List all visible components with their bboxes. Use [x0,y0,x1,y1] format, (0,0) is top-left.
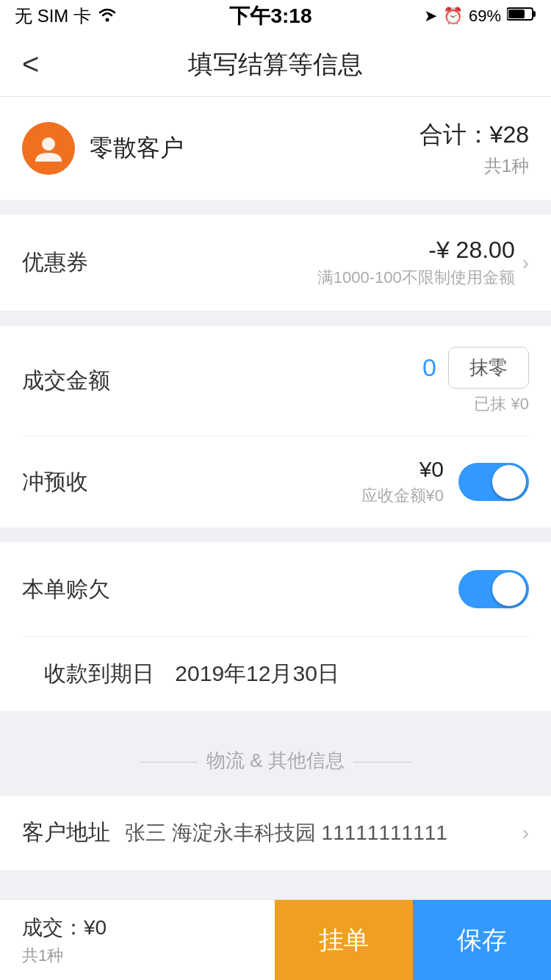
due-date-label: 收款到期日 [44,661,154,685]
status-right: ➤ ⏰ 69% [424,7,536,26]
nav-bar: < 填写结算等信息 [0,32,551,97]
deal-sub-label: 已抹 ¥0 [474,393,529,415]
logistics-section: 物流 & 其他信息 [0,726,551,796]
debt-section: 本单赊欠 收款到期日 2019年12月30日 [0,542,551,711]
bottom-count: 共1种 [22,945,253,967]
coupon-row[interactable]: 优惠券 -¥ 28.00 满1000-100不限制使用金额 › [0,215,551,311]
debt-toggle[interactable] [458,570,529,608]
bottom-deal-label: 成交：¥0 [22,914,253,942]
customer-left: 零散客户 [22,122,184,175]
address-section: 客户地址 张三 海淀永丰科技园 11111111111 › [0,796,551,870]
coupon-desc: 满1000-100不限制使用金额 [317,267,515,289]
toggle-knob [492,465,526,499]
due-date-row: 收款到期日 2019年12月30日 [22,636,529,711]
deal-value-row: 0 抹零 [422,347,529,389]
battery-icon [507,7,536,26]
charge-sub: 应收金额¥0 [361,485,444,507]
battery-percent: 69% [469,7,501,26]
address-row[interactable]: 客户地址 张三 海淀永丰科技园 11111111111 › [0,796,551,870]
coupon-section: 优惠券 -¥ 28.00 满1000-100不限制使用金额 › [0,215,551,311]
due-date-value: 2019年12月30日 [175,661,339,685]
status-bar: 无 SIM 卡 下午3:18 ➤ ⏰ 69% [0,0,551,32]
charge-advance-toggle[interactable] [458,463,529,501]
total-amount: 合计：¥28 [419,119,529,151]
svg-rect-3 [508,10,525,18]
logistics-label: 物流 & 其他信息 [130,748,421,774]
coupon-chevron-icon: › [522,251,529,275]
sim-status: 无 SIM 卡 [15,4,91,28]
svg-rect-2 [533,11,536,17]
svg-point-0 [106,18,109,22]
status-time: 下午3:18 [229,2,311,30]
status-left: 无 SIM 卡 [15,4,118,28]
customer-avatar [22,122,75,175]
alarm-icon: ⏰ [443,7,463,26]
save-button[interactable]: 保存 [413,900,551,981]
deal-amount-label: 成交金额 [22,366,110,396]
total-count: 共1种 [419,154,529,178]
charge-advance-row: 冲预收 ¥0 应收金额¥0 [22,436,529,527]
debt-toggle-knob [492,572,526,606]
page-title: 填写结算等信息 [188,48,363,82]
svg-point-4 [42,137,55,151]
customer-name: 零散客户 [90,132,184,165]
charge-right: ¥0 应收金额¥0 [361,457,444,507]
coupon-label: 优惠券 [22,248,88,278]
back-button[interactable]: < [22,48,39,81]
coupon-right: -¥ 28.00 满1000-100不限制使用金额 › [317,237,529,289]
coupon-discount: -¥ 28.00 [317,237,515,264]
coupon-info: -¥ 28.00 满1000-100不限制使用金额 [317,237,515,289]
bottom-bar: 成交：¥0 共1种 挂单 保存 [0,899,551,980]
bottom-info: 成交：¥0 共1种 [0,914,275,967]
deal-amount-right: 0 抹零 已抹 ¥0 [422,347,529,415]
debt-row: 本单赊欠 [22,542,529,636]
hold-button[interactable]: 挂单 [275,900,413,981]
location-icon: ➤ [424,7,437,26]
bottom-deal-amount: ¥0 [84,916,107,939]
address-chevron-icon: › [522,821,529,845]
bottom-deal-text: 成交： [22,916,84,939]
charge-amount: ¥0 [419,457,444,482]
charge-advance-label: 冲预收 [22,467,88,497]
round-button[interactable]: 抹零 [448,347,529,389]
customer-total: 合计：¥28 共1种 [419,119,529,178]
customer-row: 零散客户 合计：¥28 共1种 [0,97,551,200]
charge-advance-right: ¥0 应收金额¥0 [361,457,529,507]
deal-section: 成交金额 0 抹零 已抹 ¥0 冲预收 ¥0 应收金额¥0 [0,326,551,527]
deal-amount-value: 0 [422,353,436,382]
deal-amount-row: 成交金额 0 抹零 已抹 ¥0 [22,326,529,436]
main-content: 零散客户 合计：¥28 共1种 优惠券 -¥ 28.00 满1000-100不限… [0,97,551,958]
debt-label: 本单赊欠 [22,574,110,605]
wifi-icon [97,6,118,26]
address-value: 张三 海淀永丰科技园 11111111111 [125,819,522,847]
address-label: 客户地址 [22,818,110,848]
